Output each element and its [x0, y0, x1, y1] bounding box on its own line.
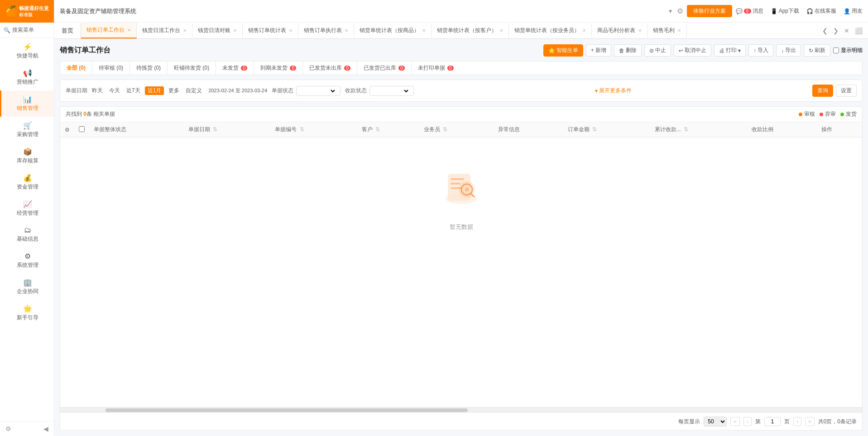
- sidebar-item-operations[interactable]: 📈 经营管理: [0, 195, 54, 222]
- tab-nav-prev[interactable]: ❮: [820, 26, 830, 35]
- topbar-dropdown-icon[interactable]: ▼: [668, 8, 673, 14]
- tab-close-sales-staff[interactable]: ✕: [582, 28, 586, 33]
- tab-nav-next[interactable]: ❯: [831, 26, 840, 35]
- message-item[interactable]: 💬 6 消息: [736, 7, 763, 15]
- tab-home[interactable]: 首页: [54, 23, 81, 38]
- filter-tab-not-shipped[interactable]: 未发货 0: [216, 62, 254, 75]
- pagination-last[interactable]: »: [805, 417, 815, 426]
- th-staff[interactable]: 业务员 ⇅: [419, 122, 494, 137]
- cancel-review-action[interactable]: 弃审: [820, 110, 836, 118]
- tab-sales-staff[interactable]: 销货单统计表（按业务员） ✕: [509, 23, 592, 38]
- payment-select-wrapper[interactable]: [369, 86, 414, 96]
- tab-sales-order[interactable]: 销售订单工作台 ✕: [81, 23, 137, 38]
- tab-sales-customer[interactable]: 销货单统计表（按客户） ✕: [432, 23, 509, 38]
- pagination-prev[interactable]: ‹: [743, 417, 752, 426]
- settings-bottom-icon[interactable]: ⚙: [5, 425, 11, 432]
- th-collected[interactable]: 累计收款... ⇅: [650, 122, 747, 137]
- payment-select[interactable]: [374, 87, 410, 95]
- tab-cash-reconcile[interactable]: 钱货日清对账 ✕: [192, 23, 243, 38]
- delete-button[interactable]: 🗑 删除: [614, 44, 642, 57]
- select-all-checkbox[interactable]: [79, 126, 85, 132]
- tab-close-sales-exec[interactable]: ✕: [345, 28, 348, 33]
- sidebar-item-enterprise[interactable]: 🏢 企业协同: [0, 274, 54, 300]
- filter-tab-not-printed[interactable]: 未打印单据 0: [412, 62, 460, 75]
- show-detail-toggle[interactable]: 显示明细: [833, 47, 863, 54]
- date-yesterday[interactable]: 昨天: [90, 86, 105, 95]
- sidebar-item-sales[interactable]: 📊 销售管理: [0, 90, 54, 117]
- collapse-icon[interactable]: ◀: [43, 425, 48, 432]
- tab-sales-stat[interactable]: 销售订单统计表 ✕: [243, 23, 298, 38]
- sidebar-item-system[interactable]: ⚙ 系统管理: [0, 247, 54, 274]
- show-detail-checkbox[interactable]: [833, 47, 839, 53]
- review-action[interactable]: 审核: [799, 110, 815, 118]
- filter-tab-pending-review[interactable]: 待审核 (0): [92, 62, 130, 75]
- status-select-wrapper[interactable]: [296, 86, 340, 96]
- tab-margin-stat[interactable]: 商品毛利分析表 ✕: [592, 23, 647, 38]
- sidebar-item-finance[interactable]: 💰 资金管理: [0, 169, 54, 195]
- filter-tab-overdue[interactable]: 到期未发货 0: [254, 62, 303, 75]
- search-settings-button[interactable]: 设置: [836, 85, 857, 97]
- sidebar-item-inventory[interactable]: 📦 库存核算: [0, 143, 54, 169]
- stop-button[interactable]: ⊘ 中止: [644, 44, 671, 57]
- scroll-bar[interactable]: [60, 407, 862, 412]
- sidebar-item-purchase[interactable]: 🛒 采购管理: [0, 117, 54, 143]
- th-customer[interactable]: 客户 ⇅: [357, 122, 419, 137]
- date-custom[interactable]: 自定义: [184, 86, 204, 95]
- sidebar-item-guide[interactable]: 🌟 新手引导: [0, 300, 54, 326]
- cancel-stop-button[interactable]: ↩ 取消中止: [674, 44, 711, 57]
- tab-close-sales-order[interactable]: ✕: [127, 28, 131, 33]
- tab-close-sales-stat[interactable]: ✕: [289, 28, 293, 33]
- tab-close-sales-gross[interactable]: ✕: [677, 28, 681, 33]
- filter-tab-all[interactable]: 全部 (0): [60, 62, 92, 75]
- tab-sales-product[interactable]: 销货单统计表（按商品） ✕: [354, 23, 432, 38]
- th-date[interactable]: 单据日期 ⇅: [184, 122, 270, 137]
- tab-close-margin-stat[interactable]: ✕: [638, 28, 642, 33]
- tab-close-cash-daily[interactable]: ✕: [183, 28, 187, 33]
- topbar-settings-icon[interactable]: ⚙: [677, 7, 683, 15]
- th-settings[interactable]: ⚙: [60, 122, 74, 137]
- per-page-select[interactable]: 50 10 20 100: [704, 417, 727, 427]
- date-7days[interactable]: 近7天: [125, 86, 142, 95]
- smart-create-button[interactable]: ⭐ 智能生单: [543, 44, 583, 57]
- date-1month[interactable]: 近1月: [145, 86, 164, 95]
- filter-tab-pending-inspect[interactable]: 待拣货 (0): [130, 62, 168, 75]
- pagination-first[interactable]: «: [730, 417, 740, 426]
- quick-nav-icon: ⚡: [23, 43, 32, 51]
- filter-tab-wangpu[interactable]: 旺铺待发货 (0): [168, 62, 216, 75]
- sidebar-item-marketing[interactable]: 📢 营销推广: [0, 64, 54, 90]
- tab-maximize[interactable]: ⬜: [853, 26, 864, 35]
- tab-close-cash-reconcile[interactable]: ✕: [233, 28, 237, 33]
- user-item[interactable]: 👤 用友: [844, 7, 863, 15]
- pagination-next[interactable]: ›: [793, 417, 801, 426]
- app-download-item[interactable]: 📱 App下载: [771, 7, 799, 15]
- tab-cash-daily[interactable]: 钱货日清工作台 ✕: [137, 23, 192, 38]
- filter-tab-shipped-not-stored[interactable]: 已发货未出库 0: [303, 62, 357, 75]
- online-service-item[interactable]: 🎧 在线客服: [806, 7, 836, 15]
- th-checkbox[interactable]: [74, 122, 89, 137]
- sidebar-search[interactable]: 🔍 搜索菜单: [0, 23, 54, 38]
- tab-close-all[interactable]: ✕: [842, 26, 851, 35]
- sidebar-item-basic[interactable]: 🗂 基础信息: [0, 222, 54, 247]
- tab-close-sales-product[interactable]: ✕: [422, 28, 426, 33]
- refresh-button[interactable]: ↻ 刷新: [804, 44, 830, 57]
- tab-close-sales-customer[interactable]: ✕: [499, 28, 503, 33]
- th-number[interactable]: 单据编号 ⇅: [270, 122, 357, 137]
- tab-sales-exec[interactable]: 销售订单执行表 ✕: [298, 23, 354, 38]
- scroll-thumb[interactable]: [106, 408, 468, 412]
- import-button[interactable]: ↑ 导入: [748, 44, 773, 57]
- date-today[interactable]: 今天: [107, 86, 122, 95]
- date-more[interactable]: 更多: [167, 86, 181, 95]
- add-button[interactable]: + 新增: [586, 44, 611, 57]
- print-button[interactable]: 🖨 打印 ▾: [714, 44, 746, 57]
- ship-action[interactable]: 发货: [840, 110, 857, 118]
- search-button[interactable]: 查询: [812, 85, 833, 97]
- pagination-page-input[interactable]: [764, 417, 781, 426]
- export-button[interactable]: ↓ 导出: [776, 44, 801, 57]
- trial-button[interactable]: 体验行业方案: [687, 5, 732, 17]
- th-amount[interactable]: 订单金额 ⇅: [563, 122, 650, 137]
- filter-tab-shipped-stored[interactable]: 已发货已出库 0: [357, 62, 412, 75]
- tab-sales-gross[interactable]: 销售毛利 ✕: [647, 23, 687, 38]
- sidebar-item-quick-nav[interactable]: ⚡ 快捷导航: [0, 38, 54, 64]
- expand-button[interactable]: ▾ 展开更多条件: [595, 87, 632, 95]
- status-select[interactable]: [300, 87, 336, 95]
